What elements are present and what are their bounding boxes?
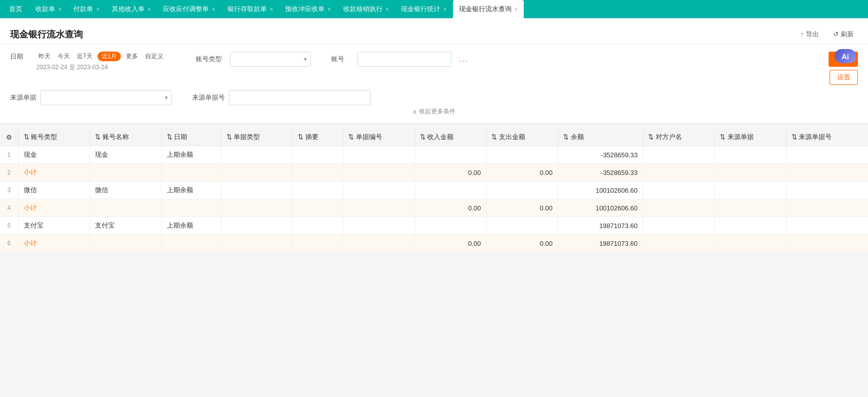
cell-income: 0.00 — [415, 235, 486, 252]
cell-income: 0.00 — [415, 164, 486, 182]
nav-tab-qita[interactable]: 其他收入单 × — [106, 0, 157, 18]
close-tab-tiaozheng-icon[interactable]: × — [212, 6, 215, 12]
cell-source-doc-no — [786, 146, 868, 164]
date-custom[interactable]: 自定义 — [143, 52, 165, 61]
cell-source-doc-no — [786, 199, 868, 217]
close-tab-hexiao-icon[interactable]: × — [386, 6, 389, 12]
table-row: 6小计0.000.0019871073.60 — [0, 235, 868, 252]
close-tab-fukudan-icon[interactable]: × — [96, 6, 99, 12]
col-doc-type[interactable]: ⇅ 单据类型 — [221, 128, 293, 146]
cell-date — [161, 199, 221, 217]
cell-expense — [486, 146, 558, 164]
col-account-type[interactable]: ⇅ 账号类型 — [18, 128, 90, 146]
ai-badge[interactable]: Ai — [835, 49, 856, 63]
cell-account-type: 小计 — [18, 235, 90, 252]
account-label: 账号 — [331, 55, 349, 64]
table-row: 2小计0.000.00-3528659.33 — [0, 164, 868, 182]
close-tab-cunkuan-icon[interactable]: × — [270, 6, 273, 12]
table-container: ⚙ ⇅ 账号类型 ⇅ 账号名称 ⇅ 日期 ⇅ 单据类型 ⇅ — [0, 128, 868, 252]
refresh-button[interactable]: ↺ 刷新 — [829, 28, 858, 41]
page-header: 现金银行流水查询 ↑ 导出 ↺ 刷新 — [0, 18, 868, 45]
col-counterpart[interactable]: ⇅ 对方户名 — [643, 128, 715, 146]
cell-doc-type — [221, 199, 293, 217]
cell-doc-no — [343, 217, 415, 235]
col-expense[interactable]: ⇅ 支出金额 — [486, 128, 558, 146]
source-doc-no-input[interactable] — [229, 90, 371, 105]
cell-expense — [486, 182, 558, 199]
nav-tab-tiaozheng[interactable]: 应收应付调整单 × — [157, 0, 221, 18]
close-tab-liushui-icon[interactable]: × — [515, 6, 518, 12]
date-shortcuts: 昨天 今天 近7天 近1月 更多 自定义 — [36, 52, 165, 61]
settings-button[interactable]: 设置 — [830, 70, 858, 85]
cell-counterpart — [643, 199, 715, 217]
date-more[interactable]: 更多 — [124, 52, 140, 61]
source-doc-select[interactable] — [40, 90, 172, 105]
row-number: 5 — [0, 217, 18, 235]
cell-account-type: 现金 — [18, 146, 90, 164]
cell-account-name: 现金 — [90, 146, 162, 164]
nav-tab-yushou[interactable]: 预收冲应收单 × — [279, 0, 337, 18]
export-icon: ↑ — [801, 30, 804, 38]
cell-source-doc-no — [786, 164, 868, 182]
account-type-select[interactable] — [230, 52, 311, 67]
cell-account-name — [90, 199, 162, 217]
filter-area: 日期 昨天 今天 近7天 近1月 更多 自定义 2023-02-24 至 202… — [0, 45, 868, 123]
date-yesterday[interactable]: 昨天 — [36, 52, 53, 61]
cell-date: 上期余额 — [161, 146, 221, 164]
account-input[interactable] — [357, 52, 451, 67]
row-number: 1 — [0, 146, 18, 164]
cell-account-type: 微信 — [18, 182, 90, 199]
cell-doc-no — [343, 182, 415, 199]
cell-expense — [486, 217, 558, 235]
account-type-label: 账号类型 — [196, 55, 222, 64]
cell-account-name: 支付宝 — [90, 217, 162, 235]
cell-doc-type — [221, 146, 293, 164]
cell-doc-type — [221, 182, 293, 199]
nav-tab-shoudan[interactable]: 收款单 × — [29, 0, 67, 18]
source-doc-no-group: 来源单据号 — [192, 90, 371, 105]
date-today[interactable]: 今天 — [56, 52, 72, 61]
date-1month[interactable]: 近1月 — [98, 52, 121, 61]
col-source-doc[interactable]: ⇅ 来源单据 — [714, 128, 786, 146]
table-row: 3微信微信上期余额100102606.60 — [0, 182, 868, 199]
cell-balance: 100102606.60 — [558, 199, 643, 217]
col-account-name[interactable]: ⇅ 账号名称 — [90, 128, 162, 146]
nav-home[interactable]: 首页 — [2, 5, 29, 14]
date-7days[interactable]: 近7天 — [75, 52, 95, 61]
col-settings[interactable]: ⚙ — [0, 128, 18, 146]
cell-summary — [293, 199, 343, 217]
cell-source-doc — [714, 146, 786, 164]
date-range: 2023-02-24 至 2023-03-24 — [36, 64, 108, 71]
col-source-doc-no[interactable]: ⇅ 来源单据号 — [786, 128, 868, 146]
nav-tab-hexiao[interactable]: 收款核销执行 × — [337, 0, 395, 18]
col-date[interactable]: ⇅ 日期 — [161, 128, 221, 146]
account-more-icon[interactable]: ... — [459, 55, 468, 64]
col-doc-no[interactable]: ⇅ 单据编号 — [343, 128, 415, 146]
cell-doc-type — [221, 217, 293, 235]
collapse-bar[interactable]: ∧ 收起更多条件 — [10, 105, 858, 118]
close-tab-tongji-icon[interactable]: × — [443, 6, 446, 12]
cell-doc-no — [343, 146, 415, 164]
export-button[interactable]: ↑ 导出 — [797, 28, 824, 41]
cell-source-doc — [714, 164, 786, 182]
close-tab-qita-icon[interactable]: × — [148, 6, 151, 12]
cell-account-type: 小计 — [18, 164, 90, 182]
cell-counterpart — [643, 146, 715, 164]
nav-tab-tongji[interactable]: 现金银行统计 × — [395, 0, 452, 18]
nav-tab-liushui[interactable]: 现金银行流水查询 × — [453, 0, 524, 18]
nav-tab-fukudan[interactable]: 付款单 × — [67, 0, 105, 18]
close-tab-yushou-icon[interactable]: × — [328, 6, 331, 12]
col-summary[interactable]: ⇅ 摘要 — [293, 128, 343, 146]
nav-tab-cunkuan[interactable]: 银行存取款单 × — [221, 0, 279, 18]
close-tab-shoudan-icon[interactable]: × — [58, 6, 61, 12]
cell-account-type: 小计 — [18, 199, 90, 217]
col-balance[interactable]: ⇅ 余额 — [558, 128, 643, 146]
cell-source-doc — [714, 199, 786, 217]
row-number: 2 — [0, 164, 18, 182]
col-income[interactable]: ⇅ 收入金额 — [415, 128, 486, 146]
page-title: 现金银行流水查询 — [10, 28, 83, 40]
row-number: 3 — [0, 182, 18, 199]
cell-date: 上期余额 — [161, 217, 221, 235]
cell-summary — [293, 235, 343, 252]
filter-row-2: 来源单据 来源单据号 — [10, 90, 858, 105]
